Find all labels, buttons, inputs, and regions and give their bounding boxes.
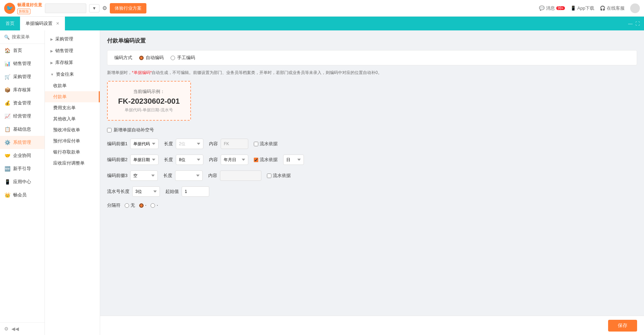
- content1-field: 内容: [209, 139, 248, 149]
- message-button[interactable]: 💬 消息 99+: [539, 5, 565, 11]
- flow2-checkbox[interactable]: [254, 158, 258, 162]
- content3-input[interactable]: [220, 170, 261, 181]
- service-icon: 🎧: [600, 6, 605, 11]
- length1-field: 长度 2位: [164, 139, 203, 149]
- sep-dot-radio[interactable]: [139, 203, 144, 208]
- content1-input[interactable]: [221, 139, 248, 149]
- arrow-right-icon2: ▶: [50, 49, 53, 53]
- sidebar-item-sales[interactable]: 📊 销售管理: [0, 57, 45, 70]
- nav-dropdown[interactable]: ▼: [89, 4, 99, 12]
- length3-select[interactable]: [175, 170, 203, 181]
- sidebar-item-basic[interactable]: 📋 基础信息: [0, 123, 45, 136]
- expand-icon[interactable]: ⛶: [635, 21, 640, 26]
- sidebar-item-inventory[interactable]: 📦 库存核算: [0, 83, 45, 96]
- sidebar-item-operations[interactable]: 📈 经营管理: [0, 110, 45, 123]
- separator-label: 分隔符: [107, 202, 121, 208]
- serial-start-input[interactable]: [182, 186, 209, 197]
- length3-field: 长度: [163, 170, 203, 181]
- tab-bar-right: — ⛶: [628, 21, 644, 26]
- sep-dot-option[interactable]: ·: [139, 202, 146, 208]
- sep-none-radio[interactable]: [125, 203, 129, 208]
- content2-label: 内容: [209, 157, 218, 163]
- length1-label: 长度: [164, 141, 173, 147]
- form-row-1: 编码前缀1 单据代码 长度 2位 内容 流水依据: [107, 139, 637, 149]
- code-preview-desc: 单据代码-单据日期-流水号: [118, 107, 180, 113]
- manual-encode-radio[interactable]: [171, 56, 175, 60]
- length1-select[interactable]: 2位: [176, 139, 203, 149]
- manual-encode-option[interactable]: 手工编码: [171, 55, 195, 61]
- search-menu[interactable]: 🔍 搜索菜单: [0, 30, 45, 44]
- minimize-icon[interactable]: —: [628, 21, 633, 26]
- sep-dot2-radio[interactable]: [151, 203, 155, 208]
- sub-nav-receipt[interactable]: 收款单: [45, 80, 100, 91]
- apps-icon: 📱: [4, 179, 10, 185]
- sidebar-item-apps[interactable]: 📱 应用中心: [0, 175, 45, 188]
- content2-field: 内容 年月日: [209, 155, 248, 165]
- sidebar-bottom: ⚙ ◀◀: [0, 322, 45, 335]
- serial-start-field: 起始值: [165, 186, 209, 197]
- content2-select[interactable]: 年月日: [221, 155, 248, 165]
- logo-area: 🐦 畅通道好生意 旗舰版: [4, 2, 42, 14]
- flow1-checkbox[interactable]: [254, 142, 258, 146]
- user-avatar[interactable]: [630, 3, 640, 13]
- length2-field: 长度 8位: [164, 155, 203, 165]
- prefix2-select[interactable]: 单据日期: [130, 155, 158, 165]
- auto-encode-radio[interactable]: [139, 56, 144, 60]
- tab-encoding-settings[interactable]: 单据编码设置 ✕: [20, 17, 65, 30]
- online-service-button[interactable]: 🎧 在线客服: [600, 5, 625, 11]
- sidebar-item-member[interactable]: 👑 畅会员: [0, 188, 45, 202]
- sidebar-item-enterprise[interactable]: 🤝 企业协同: [0, 149, 45, 162]
- sidebar-item-system[interactable]: ⚙️ 系统管理: [0, 136, 45, 149]
- sub-nav-inventory[interactable]: ▶ 库存核算: [45, 57, 100, 68]
- settings-bottom-icon[interactable]: ⚙: [4, 326, 9, 332]
- sidebar-item-home[interactable]: 🏠 首页: [0, 44, 45, 57]
- sub-nav-sales[interactable]: ▶ 销售管理: [45, 45, 100, 57]
- collapse-icon[interactable]: ◀◀: [11, 326, 19, 332]
- flow2-period-select[interactable]: 日: [283, 155, 304, 165]
- prefix3-select[interactable]: 空: [130, 170, 158, 181]
- sub-nav-adjustment[interactable]: 应收应付调整单: [45, 158, 100, 169]
- sep-dot2-option[interactable]: ·: [151, 202, 158, 208]
- save-button[interactable]: 保存: [608, 320, 637, 332]
- sub-nav-purchase[interactable]: ▶ 采购管理: [45, 33, 100, 45]
- message-badge: 99+: [556, 6, 565, 10]
- sub-nav-group-fund: ▼ 资金往来 收款单 付款单 费用支出单 其他收入单 预收冲应收单 预付冲应付单…: [45, 68, 100, 169]
- search-icon: 🔍: [4, 35, 10, 40]
- settings-icon[interactable]: ⚙: [102, 5, 107, 11]
- sub-nav-group-sales: ▶ 销售管理: [45, 45, 100, 57]
- flow2-check-label[interactable]: 流水依据: [254, 157, 278, 163]
- sub-nav-expense[interactable]: 费用支出单: [45, 102, 100, 113]
- enterprise-icon: 🤝: [4, 152, 10, 159]
- tab-home[interactable]: 首页: [0, 17, 20, 30]
- sidebar-item-guide[interactable]: 🆕 新手引导: [0, 162, 45, 175]
- sub-nav-prepay-offset[interactable]: 预收冲应收单: [45, 124, 100, 136]
- sub-nav-payment[interactable]: 付款单: [45, 91, 100, 102]
- length3-label: 长度: [163, 173, 172, 179]
- basic-icon: 📋: [4, 126, 10, 132]
- sep-none-option[interactable]: 无: [125, 202, 135, 208]
- prefix3-field: 编码前缀3 空: [107, 170, 158, 181]
- flow3-check-label[interactable]: 流水依据: [267, 173, 291, 179]
- flow1-check-label[interactable]: 流水依据: [254, 141, 278, 147]
- trial-button[interactable]: 体验行业方案: [110, 3, 146, 13]
- auto-fill-checkbox[interactable]: [107, 128, 112, 132]
- sub-sidebar: ▶ 采购管理 ▶ 销售管理 ▶ 库存核算 ▼ 资金往来 收款单 付款单 费用支出…: [45, 30, 100, 335]
- finance-icon: 💰: [4, 100, 10, 106]
- prefix1-select[interactable]: 单据代码: [130, 139, 158, 149]
- tab-close-icon[interactable]: ✕: [56, 21, 59, 26]
- sidebar-item-finance[interactable]: 💰 资金管理: [0, 96, 45, 110]
- length2-select[interactable]: 8位: [176, 155, 203, 165]
- flow3-checkbox[interactable]: [267, 174, 271, 178]
- code-preview-value: FK-20230602-001: [118, 97, 180, 106]
- serial-length-select[interactable]: 3位: [132, 186, 160, 197]
- top-bar-left: 🐦 畅通道好生意 旗舰版 ▼ ⚙ 体验行业方案: [4, 2, 146, 14]
- system-icon: ⚙️: [4, 139, 10, 146]
- logo-icon: 🐦: [4, 3, 15, 14]
- sub-nav-fund[interactable]: ▼ 资金往来: [45, 68, 100, 80]
- app-download-button[interactable]: 📱 App下载: [570, 5, 594, 11]
- sub-nav-other-income[interactable]: 其他收入单: [45, 113, 100, 124]
- sidebar-item-purchase[interactable]: 🛒 采购管理: [0, 70, 45, 83]
- sub-nav-advance-offset[interactable]: 预付冲应付单: [45, 136, 100, 147]
- auto-encode-option[interactable]: 自动编码: [139, 55, 164, 61]
- sub-nav-bank[interactable]: 银行存取款单: [45, 147, 100, 158]
